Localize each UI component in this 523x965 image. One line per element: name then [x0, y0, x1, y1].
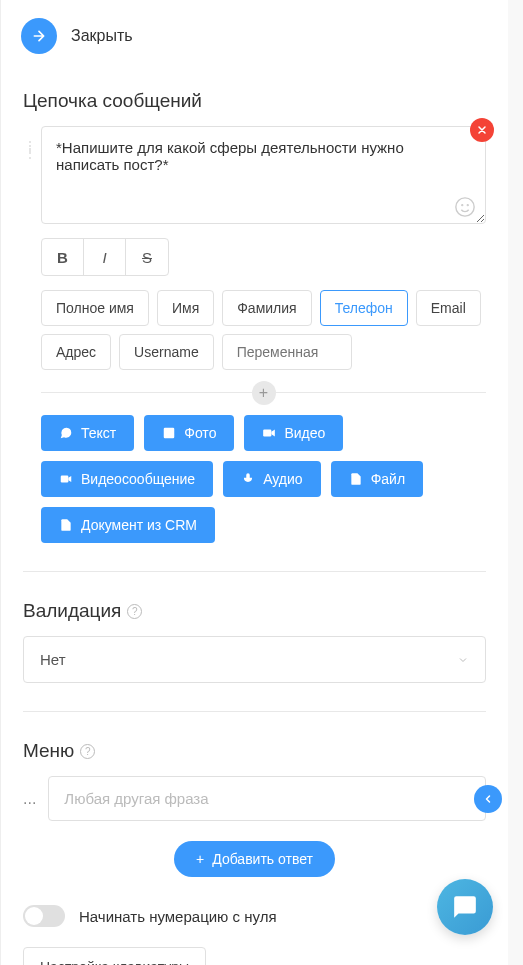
help-icon[interactable]: ?	[80, 744, 95, 759]
divider: +	[41, 392, 486, 393]
smile-icon	[454, 196, 476, 218]
numbering-label: Начинать нумерацию с нуля	[79, 908, 277, 925]
chat-bubble-icon	[452, 894, 478, 920]
video-button[interactable]: Видео	[244, 415, 343, 451]
crm-button[interactable]: Документ из CRM	[41, 507, 215, 543]
chip-username[interactable]: Username	[119, 334, 214, 370]
close-icon	[476, 124, 488, 136]
chip-address[interactable]: Адрес	[41, 334, 111, 370]
chip-email[interactable]: Email	[416, 290, 481, 326]
chip-fullname[interactable]: Полное имя	[41, 290, 149, 326]
italic-button[interactable]: I	[84, 239, 126, 275]
emoji-button[interactable]	[454, 196, 476, 218]
chip-variable-input[interactable]	[222, 334, 352, 370]
svg-point-1	[462, 205, 463, 206]
content-type-buttons: Текст Фото Видео Видеосообщение	[41, 415, 486, 543]
file-button[interactable]: Файл	[331, 461, 423, 497]
variable-chips: Полное имя Имя Фамилия Телефон Email Адр…	[41, 290, 486, 370]
videomsg-button[interactable]: Видеосообщение	[41, 461, 213, 497]
chip-name[interactable]: Имя	[157, 290, 214, 326]
arrow-right-icon	[31, 28, 47, 44]
image-icon	[162, 426, 176, 440]
chevron-left-icon	[482, 793, 494, 805]
chip-surname[interactable]: Фамилия	[222, 290, 311, 326]
validation-select[interactable]: Нет	[23, 636, 486, 683]
menu-title: Меню ?	[23, 740, 486, 762]
chain-title: Цепочка сообщений	[23, 90, 486, 112]
bold-button[interactable]: B	[42, 239, 84, 275]
menu-phrase-input[interactable]	[48, 776, 486, 821]
chip-phone[interactable]: Телефон	[320, 290, 408, 326]
svg-point-0	[456, 198, 474, 216]
chat-icon	[59, 426, 73, 440]
text-button[interactable]: Текст	[41, 415, 134, 451]
numbering-toggle[interactable]	[23, 905, 65, 927]
divider	[23, 711, 486, 712]
chevron-down-icon	[457, 654, 469, 666]
svg-point-2	[467, 205, 468, 206]
drag-handle[interactable]: ⋮⋮⋮⋮	[23, 126, 31, 543]
photo-button[interactable]: Фото	[144, 415, 234, 451]
collapse-button[interactable]	[474, 785, 502, 813]
videomsg-icon	[59, 472, 73, 486]
chat-fab[interactable]	[437, 879, 493, 935]
message-textarea[interactable]	[41, 126, 486, 224]
plus-icon: +	[196, 851, 204, 867]
validation-title: Валидация ?	[23, 600, 486, 622]
audio-button[interactable]: Аудио	[223, 461, 321, 497]
add-answer-button[interactable]: + Добавить ответ	[174, 841, 335, 877]
keyboard-settings-button[interactable]: Настройка клавиатуры	[23, 947, 206, 965]
divider	[23, 571, 486, 572]
close-label[interactable]: Закрыть	[71, 27, 133, 45]
add-block-button[interactable]: +	[252, 381, 276, 405]
svg-rect-5	[264, 430, 272, 437]
format-bar: B I S	[41, 238, 169, 276]
document-icon	[59, 518, 73, 532]
mic-icon	[241, 472, 255, 486]
svg-rect-6	[61, 476, 69, 483]
file-icon	[349, 472, 363, 486]
delete-message-button[interactable]	[470, 118, 494, 142]
svg-point-4	[166, 430, 168, 432]
video-icon	[262, 426, 276, 440]
close-button[interactable]	[21, 18, 57, 54]
help-icon[interactable]: ?	[127, 604, 142, 619]
strike-button[interactable]: S	[126, 239, 168, 275]
menu-options-icon[interactable]: ...	[23, 790, 36, 808]
